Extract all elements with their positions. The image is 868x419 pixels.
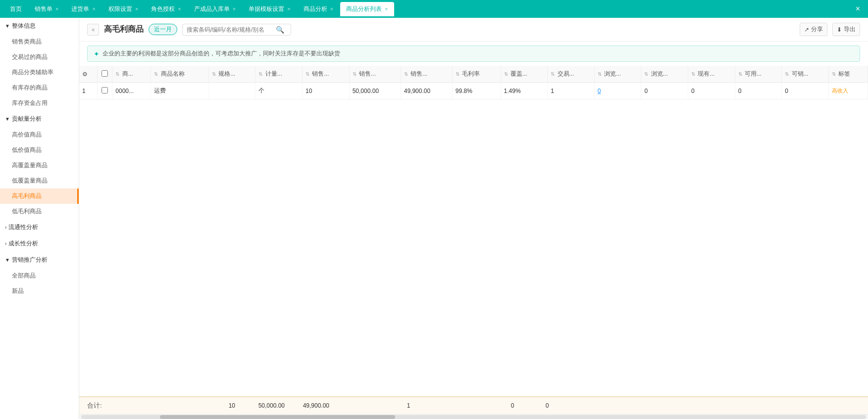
- tab-home[interactable]: 首页: [4, 2, 28, 16]
- content-header: « 高毛利商品 近一月 🔍 ↗ 分享 ⬇ 导出: [79, 18, 868, 42]
- sidebar-collapse-button[interactable]: «: [87, 24, 99, 36]
- col-sales-qty[interactable]: ⇅ 销售...: [303, 66, 350, 83]
- footer-sales-cost: 49,900.00: [300, 402, 345, 409]
- footer-transaction: 1: [404, 402, 439, 409]
- footer-empty8: [473, 402, 508, 409]
- search-input[interactable]: [187, 26, 276, 33]
- cell-sales-cost: 49,900.00: [401, 83, 452, 99]
- col-coverage[interactable]: ⇅ 覆盖...: [501, 66, 548, 83]
- sidebar-item-low-margin-goods[interactable]: 低毛利商品: [0, 204, 79, 219]
- collapse-arrow-icon: ›: [5, 225, 6, 230]
- footer-empty7: [439, 402, 473, 409]
- cell-index: 1: [79, 83, 98, 99]
- sidebar-item-low-value-goods[interactable]: 低价值商品: [0, 142, 79, 158]
- sort-icon: ⇅: [353, 71, 357, 77]
- cell-browse1[interactable]: 0: [594, 83, 641, 99]
- col-available[interactable]: ⇅ 可用...: [735, 66, 782, 83]
- close-icon[interactable]: ×: [135, 6, 138, 12]
- tab-product-analysis-list[interactable]: 商品分析列表 ×: [340, 2, 394, 16]
- sidebar-item-all-goods[interactable]: 全部商品: [0, 268, 79, 283]
- footer-sales-amount: 50,000.00: [255, 402, 300, 409]
- tab-sales-order[interactable]: 销售单 ×: [29, 2, 64, 16]
- col-current-stock[interactable]: ⇅ 现有...: [688, 66, 735, 83]
- table-header-row: ⚙ ⇅ 商... ⇅ 商品名称 ⇅: [79, 66, 868, 83]
- sidebar-item-high-value-goods[interactable]: 高价值商品: [0, 127, 79, 142]
- tab-role-auth[interactable]: 角色授权 ×: [145, 2, 187, 16]
- sidebar-item-sales-goods[interactable]: 销售类商品: [0, 34, 79, 49]
- row-checkbox[interactable]: [102, 87, 108, 93]
- close-icon[interactable]: ×: [287, 6, 290, 12]
- footer-total-row: 合计: 10 50,000.00 49,900.00 1 0 0: [79, 396, 868, 414]
- col-tag[interactable]: ⇅ 标签: [828, 66, 868, 83]
- collapse-arrow-icon: ▼: [5, 23, 10, 29]
- sidebar-item-high-margin-goods[interactable]: 高毛利商品: [0, 188, 79, 204]
- sidebar-group-overall[interactable]: ▼ 整体信息: [0, 18, 79, 34]
- sort-icon: ⇅: [154, 71, 158, 77]
- cell-spec: [208, 83, 255, 99]
- sidebar-item-category-assist-rate[interactable]: 商品分类辅助率: [0, 65, 79, 80]
- tab-product-analysis[interactable]: 商品分析 ×: [298, 2, 339, 16]
- tab-permission-settings[interactable]: 权限设置 ×: [102, 2, 144, 16]
- export-button[interactable]: ⬇ 导出: [832, 23, 860, 36]
- col-name[interactable]: ⇅ 商品名称: [151, 66, 209, 83]
- filter-period-button[interactable]: 近一月: [149, 24, 177, 35]
- tab-product-warehousing[interactable]: 产成品入库单 ×: [188, 2, 242, 16]
- sidebar: ▼ 整体信息 销售类商品 交易过的商品 商品分类辅助率 有库存的商品 库存资金占…: [0, 18, 79, 419]
- browse1-link[interactable]: 0: [598, 88, 601, 94]
- col-browse1[interactable]: ⇅ 浏览...: [594, 66, 641, 83]
- tag-label: 高收入: [832, 88, 848, 93]
- col-spec[interactable]: ⇅ 规格...: [208, 66, 255, 83]
- sidebar-group-growth[interactable]: › 成长性分析: [0, 235, 79, 252]
- sidebar-group-liquidity[interactable]: › 流通性分析: [0, 219, 79, 235]
- export-icon: ⬇: [837, 26, 842, 33]
- cell-coverage: 1.49%: [501, 83, 548, 99]
- cell-tag: 高收入: [828, 83, 868, 99]
- sort-icon: ⇅: [832, 71, 836, 77]
- tab-purchase-order[interactable]: 进货单 ×: [65, 2, 101, 16]
- cell-available: 0: [735, 83, 782, 99]
- close-icon[interactable]: ×: [330, 6, 333, 12]
- cell-code: 0000...: [112, 83, 151, 99]
- sidebar-item-stocked-goods[interactable]: 有库存的商品: [0, 80, 79, 95]
- page-title: 高毛利商品: [104, 24, 144, 35]
- close-all-tabs[interactable]: ×: [852, 2, 864, 15]
- sidebar-item-new-goods[interactable]: 新品: [0, 283, 79, 299]
- sidebar-item-high-coverage-goods[interactable]: 高覆盖量商品: [0, 158, 79, 173]
- col-gross-margin[interactable]: ⇅ 毛利率: [452, 66, 501, 83]
- col-settings[interactable]: ⚙: [79, 66, 98, 83]
- horizontal-scrollbar[interactable]: [79, 414, 868, 419]
- footer-empty1: [112, 402, 127, 409]
- tab-template-settings[interactable]: 单据模板设置 ×: [243, 2, 296, 16]
- cell-sales-qty: 10: [303, 83, 350, 99]
- sidebar-item-inventory-capital[interactable]: 库存资金占用: [0, 95, 79, 111]
- sort-icon: ⇅: [404, 71, 408, 77]
- sidebar-group-contribution[interactable]: ▼ 贡献量分析: [0, 111, 79, 127]
- close-icon[interactable]: ×: [92, 6, 95, 12]
- select-all-checkbox[interactable]: [102, 70, 108, 77]
- close-icon[interactable]: ×: [178, 6, 181, 12]
- scrollbar-thumb[interactable]: [160, 415, 396, 419]
- col-sales-amount[interactable]: ⇅ 销售...: [349, 66, 401, 83]
- table-row: 1 0000... 运费 个 10 50,000.00 49,900.00 99…: [79, 83, 868, 99]
- header-actions: ↗ 分享 ⬇ 导出: [800, 23, 860, 36]
- sort-icon: ⇅: [644, 71, 648, 77]
- col-unit[interactable]: ⇅ 计量...: [255, 66, 303, 83]
- table-wrapper[interactable]: ⚙ ⇅ 商... ⇅ 商品名称 ⇅: [79, 66, 868, 396]
- col-browse2[interactable]: ⇅ 浏览...: [641, 66, 688, 83]
- col-transaction[interactable]: ⇅ 交易...: [548, 66, 595, 83]
- sidebar-group-marketing[interactable]: ▼ 营销推广分析: [0, 252, 79, 268]
- cell-checkbox: [98, 83, 112, 99]
- sidebar-item-traded-goods[interactable]: 交易过的商品: [0, 49, 79, 65]
- sidebar-item-low-coverage-goods[interactable]: 低覆盖量商品: [0, 173, 79, 188]
- search-icon[interactable]: 🔍: [276, 26, 284, 34]
- col-saleable[interactable]: ⇅ 可销...: [782, 66, 829, 83]
- sort-icon: ⇅: [306, 71, 309, 77]
- close-icon[interactable]: ×: [233, 6, 236, 12]
- share-button[interactable]: ↗ 分享: [800, 23, 827, 36]
- col-sales-cost[interactable]: ⇅ 销售...: [401, 66, 452, 83]
- footer-available: 0: [543, 402, 577, 409]
- close-icon[interactable]: ×: [55, 6, 58, 12]
- cell-sales-amount: 50,000.00: [349, 83, 401, 99]
- col-code[interactable]: ⇅ 商...: [112, 66, 151, 83]
- close-icon[interactable]: ×: [385, 6, 388, 12]
